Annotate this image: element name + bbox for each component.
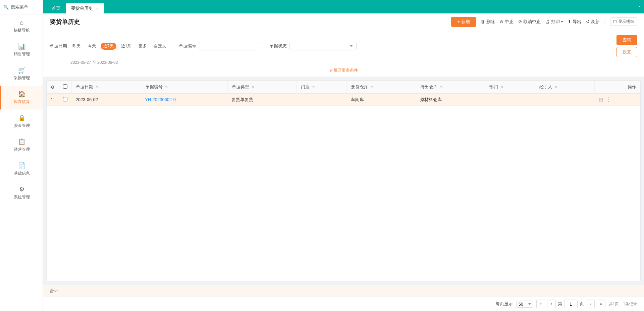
- table-footer-summary: 合计:: [43, 285, 644, 297]
- date-range-display: 2023-05-27 至 2023-06-02: [70, 60, 118, 65]
- inventory-icon: 🏠: [18, 90, 25, 98]
- date-btn-自定义[interactable]: 自定义: [151, 43, 169, 50]
- quick-nav-icon: ⌂: [20, 19, 24, 26]
- store-sort-icon[interactable]: ⇅: [312, 85, 315, 89]
- window-maximize-btn[interactable]: □: [632, 4, 634, 9]
- page-jump-label: 第: [558, 301, 562, 307]
- page-header: 要货单历史 + 新增 🗑 删除 ⊘ 中止 ⊘ 取消中止 🖨 打印: [43, 13, 644, 30]
- toolbar-divider: |: [604, 19, 605, 24]
- first-page-btn[interactable]: «: [536, 300, 545, 308]
- sidebar-item-system[interactable]: ⚙系统管理: [0, 181, 43, 205]
- table-settings-icon[interactable]: ⚙: [51, 85, 55, 90]
- expand-more-btn[interactable]: ∨ 展开更多条件: [50, 65, 637, 74]
- doc-number-label: 单据编号: [179, 43, 196, 49]
- tab-home[interactable]: 首页: [46, 3, 66, 13]
- date-sort-icon[interactable]: ⇅: [96, 85, 99, 89]
- dept-sort-icon[interactable]: ⇅: [501, 85, 503, 89]
- date-btn-昨天[interactable]: 昨天: [70, 43, 83, 50]
- filter-row: 单据日期 昨天今天近7天近1月更多自定义 单据编号 单据状态 查询 设置: [50, 35, 637, 57]
- row-more-icon[interactable]: ⋮: [606, 96, 611, 103]
- row-department: [485, 94, 535, 106]
- data-table: ⚙ 单据日期 ⇅ 单据编号 ⇅: [47, 81, 640, 106]
- stop-button[interactable]: ⊘ 中止: [500, 19, 514, 25]
- sidebar-search[interactable]: 🔍 搜索菜单: [0, 0, 43, 14]
- last-page-btn[interactable]: »: [597, 300, 605, 308]
- query-button[interactable]: 查询: [616, 35, 637, 45]
- sidebar-item-quick-nav[interactable]: ⌂快捷导航: [0, 14, 43, 38]
- filter-area: 单据日期 昨天今天近7天近1月更多自定义 单据编号 单据状态 查询 设置: [43, 30, 644, 77]
- window-close-btn[interactable]: ×: [638, 4, 641, 9]
- page-title: 要货单历史: [50, 18, 80, 26]
- row-select-checkbox[interactable]: [63, 97, 67, 101]
- tab-close-history[interactable]: ×: [95, 6, 99, 11]
- date-btn-今天[interactable]: 今天: [85, 43, 99, 50]
- per-page-label: 每页显示: [495, 301, 513, 307]
- sidebar-item-label: 销售管理: [14, 51, 30, 57]
- row-number-link[interactable]: YH-20230602-0: [145, 97, 176, 102]
- sidebar-item-finance[interactable]: 🔒资金管理: [0, 109, 43, 133]
- number-sort-icon[interactable]: ⇅: [165, 85, 168, 89]
- cancel-stop-button[interactable]: ⊘ 取消中止: [518, 19, 541, 25]
- action-col-header: 操作: [595, 81, 640, 94]
- search-icon: 🔍: [3, 5, 9, 10]
- sidebar-item-inventory[interactable]: 🏠库存核算: [0, 86, 43, 109]
- row-req-warehouse: 车间库: [347, 94, 416, 106]
- settings-col[interactable]: ⚙: [47, 81, 59, 94]
- stop-icon: ⊘: [500, 19, 503, 24]
- row-edit-icon[interactable]: ⊞: [599, 96, 603, 103]
- date-col-header: 单据日期 ⇅: [72, 81, 141, 94]
- doc-number-input[interactable]: [199, 42, 259, 50]
- handler-col-header: 经手人 ⇅: [535, 81, 595, 94]
- date-btn-近7天[interactable]: 近7天: [101, 43, 116, 50]
- print-dropdown-icon: ▾: [561, 20, 563, 24]
- settings-button[interactable]: 设置: [616, 47, 637, 57]
- sidebar-search-label: 搜索菜单: [11, 4, 28, 10]
- req-warehouse-sort-icon[interactable]: ⇅: [371, 85, 374, 89]
- row-pending-warehouse: 原材料仓库: [416, 94, 485, 106]
- pagination: 每页显示 102050100 « ‹ 第 页 › » 共1页，1条记录: [43, 297, 644, 311]
- status-select[interactable]: [289, 42, 357, 50]
- prev-page-btn[interactable]: ‹: [547, 300, 556, 308]
- date-btn-更多[interactable]: 更多: [136, 43, 149, 50]
- add-button[interactable]: + 新增: [451, 17, 476, 27]
- row-checkbox[interactable]: [59, 94, 72, 106]
- pending-warehouse-sort-icon[interactable]: ⇅: [440, 85, 443, 89]
- next-page-btn[interactable]: ›: [586, 300, 595, 308]
- sidebar-item-operations[interactable]: 📋经营管理: [0, 133, 43, 157]
- sidebar-item-label: 快捷导航: [14, 28, 30, 33]
- sidebar-item-basic[interactable]: 📄基础信息: [0, 157, 43, 181]
- doc-number-filter: 单据编号: [179, 42, 259, 50]
- summary-label: 合计:: [50, 288, 60, 294]
- page-nav: « ‹ 第 页 › »: [536, 300, 605, 308]
- page-input[interactable]: [564, 300, 578, 308]
- filter-dates: 昨天今天近7天近1月更多自定义: [70, 43, 169, 50]
- select-all-checkbox[interactable]: [63, 84, 67, 89]
- checkbox-display-icon: ☐: [613, 19, 617, 24]
- date-btn-近1月[interactable]: 近1月: [118, 43, 134, 50]
- number-col-header: 单据编号 ⇅: [141, 81, 227, 94]
- refresh-button[interactable]: ↺ 刷新: [586, 19, 600, 25]
- print-icon: 🖨: [545, 19, 550, 24]
- delete-button[interactable]: 🗑 删除: [481, 19, 495, 25]
- checkbox-col[interactable]: [59, 81, 72, 94]
- page-label: 页: [580, 301, 584, 307]
- per-page-select[interactable]: 102050100: [516, 301, 533, 308]
- window-minimize-btn[interactable]: —: [624, 4, 628, 9]
- cancel-stop-icon: ⊘: [518, 19, 522, 24]
- date-range-row: 2023-05-27 至 2023-06-02: [50, 58, 637, 65]
- handler-sort-icon[interactable]: ⇅: [555, 85, 557, 89]
- toolbar: + 新增 🗑 删除 ⊘ 中止 ⊘ 取消中止 🖨 打印 ▾: [451, 17, 637, 27]
- sales-icon: 📊: [18, 43, 25, 50]
- type-sort-icon[interactable]: ⇅: [252, 85, 254, 89]
- dept-col-header: 部门 ⇅: [485, 81, 535, 94]
- sidebar-item-purchase[interactable]: 🛒采购管理: [0, 62, 43, 86]
- export-button[interactable]: ⬆ 导出: [568, 19, 581, 25]
- display-cell-button[interactable]: ☐ 显示明细: [610, 17, 637, 26]
- tab-history[interactable]: 要货单历史×: [66, 3, 104, 13]
- table-row: 1 2023-06-02 YH-20230602-0 要货单要货 车间库 原材料…: [47, 94, 640, 106]
- system-icon: ⚙: [19, 186, 24, 193]
- sidebar-item-sales[interactable]: 📊销售管理: [0, 38, 43, 62]
- export-icon: ⬆: [568, 19, 571, 24]
- print-button[interactable]: 🖨 打印 ▾: [545, 19, 563, 25]
- table-header-row: ⚙ 单据日期 ⇅ 单据编号 ⇅: [47, 81, 640, 94]
